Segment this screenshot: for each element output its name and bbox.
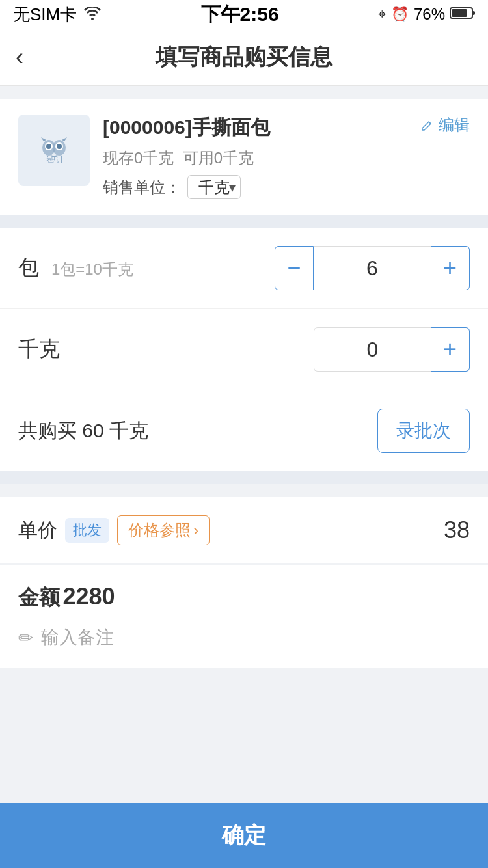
svg-rect-2 xyxy=(452,9,467,17)
amount-section: 金额 2280 ✏ 输入备注 xyxy=(0,565,488,668)
price-label: 单价 批发 价格参照 › xyxy=(18,515,210,545)
bao-hint: 1包=10千克 xyxy=(51,260,133,278)
location-icon: ⌖ xyxy=(378,6,386,23)
kg-input-row: 千克 + xyxy=(0,309,488,390)
product-name: [0000006]手撕面包 xyxy=(103,115,470,141)
price-section: 单价 批发 价格参照 › 38 xyxy=(0,497,488,563)
nav-bar: ‹ 填写商品购买信息 xyxy=(0,29,488,86)
total-value: 60 xyxy=(82,420,103,441)
status-left: 无SIM卡 xyxy=(13,3,102,26)
alarm-icon: ⏰ xyxy=(391,6,409,23)
input-section: 包 1包=10千克 − + 千克 + xyxy=(0,228,488,390)
record-batch-button[interactable]: 录批次 xyxy=(377,409,470,453)
page-title: 填写商品购买信息 xyxy=(156,42,332,72)
battery-text: 76% xyxy=(414,5,445,23)
remark-icon: ✏ xyxy=(18,627,33,649)
total-text: 共购买 60 千克 xyxy=(18,418,148,444)
status-time: 下午2:56 xyxy=(201,1,279,28)
kg-plus-button[interactable]: + xyxy=(431,327,470,372)
confirm-button[interactable]: 确定 xyxy=(0,803,488,868)
remark-row[interactable]: ✏ 输入备注 xyxy=(0,625,488,668)
amount-row: 金额 2280 xyxy=(0,565,488,612)
unit-select[interactable]: 千克 包 xyxy=(187,175,241,199)
product-info: [0000006]手撕面包 现存0千克 可用0千克 销售单位： 千克 包 xyxy=(103,115,470,199)
back-button[interactable]: ‹ xyxy=(16,44,23,71)
edit-button[interactable]: 编辑 xyxy=(420,115,470,135)
status-right: ⌖ ⏰ 76% xyxy=(378,5,475,23)
amount-value: 2280 xyxy=(62,583,115,610)
pifa-badge: 批发 xyxy=(65,518,109,543)
wifi-icon xyxy=(83,5,102,25)
section-divider-1 xyxy=(0,215,488,228)
amount-label: 金额 xyxy=(18,586,60,609)
unit-select-wrap[interactable]: 千克 包 xyxy=(187,175,241,199)
price-row: 单价 批发 价格参照 › 38 xyxy=(18,515,470,545)
bao-minus-button[interactable]: − xyxy=(275,246,314,290)
svg-text:智计: 智计 xyxy=(46,155,64,163)
remark-text: 输入备注 xyxy=(41,625,114,650)
svg-point-8 xyxy=(57,144,62,149)
confirm-label: 确定 xyxy=(222,821,266,850)
kg-label: 千克 xyxy=(18,335,314,364)
battery-icon xyxy=(450,5,475,23)
kg-qty-input[interactable] xyxy=(314,327,431,372)
bao-qty-control: − + xyxy=(275,246,470,290)
kg-qty-control: + xyxy=(314,327,470,372)
bao-plus-button[interactable]: + xyxy=(431,246,470,290)
product-stock: 现存0千克 可用0千克 xyxy=(103,148,470,169)
bao-input-row: 包 1包=10千克 − + xyxy=(0,228,488,309)
total-row: 共购买 60 千克 录批次 xyxy=(0,390,488,471)
product-thumbnail: 智计 xyxy=(18,115,90,186)
price-ref-button[interactable]: 价格参照 › xyxy=(117,515,210,545)
product-logo: 智计 xyxy=(34,131,74,170)
svg-rect-1 xyxy=(472,11,475,15)
price-value: 38 xyxy=(444,517,470,544)
svg-point-7 xyxy=(46,144,51,149)
carrier-text: 无SIM卡 xyxy=(13,3,77,26)
status-bar: 无SIM卡 下午2:56 ⌖ ⏰ 76% xyxy=(0,0,488,29)
product-card: 智计 [0000006]手撕面包 现存0千克 可用0千克 销售单位： 千克 包 … xyxy=(0,99,488,215)
section-divider-2 xyxy=(0,471,488,484)
product-unit: 销售单位： 千克 包 xyxy=(103,175,470,199)
bao-qty-input[interactable] xyxy=(314,246,431,290)
bao-label: 包 1包=10千克 xyxy=(18,254,275,282)
